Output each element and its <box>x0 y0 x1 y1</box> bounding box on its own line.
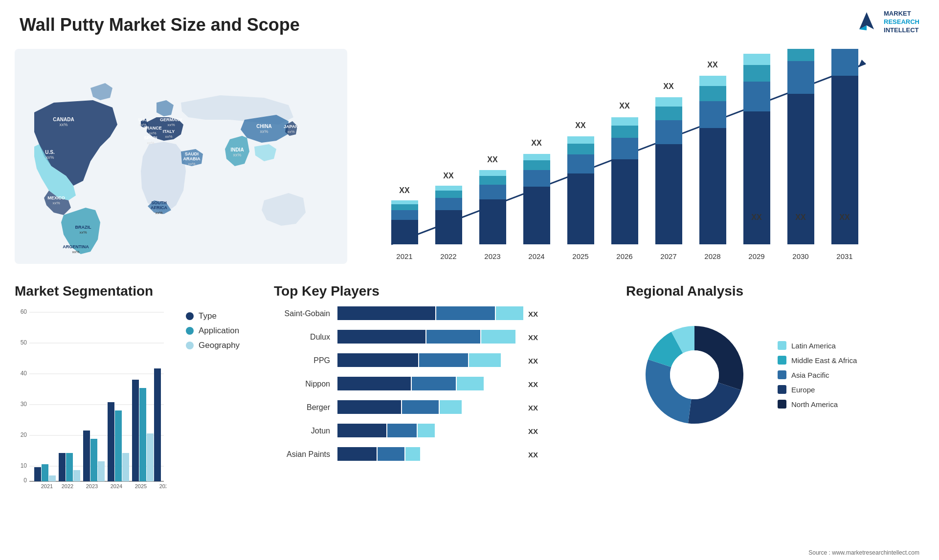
svg-rect-95 <box>831 49 858 76</box>
svg-rect-120 <box>73 470 80 481</box>
legend-geography: Geography <box>186 341 240 350</box>
svg-text:xx%: xx% <box>165 134 172 139</box>
player-name: Berger <box>274 403 337 412</box>
svg-text:U.S.: U.S. <box>45 150 55 155</box>
svg-text:xx%: xx% <box>72 250 79 254</box>
player-bar-container: XX <box>337 306 616 321</box>
svg-text:XX: XX <box>751 213 762 221</box>
logo: MARKET RESEARCH INTELLECT <box>854 10 919 35</box>
segmentation-title: Market Segmentation <box>15 283 259 299</box>
svg-rect-138 <box>496 306 523 320</box>
svg-text:CHINA: CHINA <box>256 124 272 129</box>
donut-container: Latin America Middle East & Africa Asia … <box>626 306 929 443</box>
player-row: JotunXX <box>274 424 616 438</box>
svg-rect-74 <box>655 120 682 144</box>
player-bar-container: XX <box>337 424 616 438</box>
svg-rect-52 <box>479 170 506 176</box>
svg-text:2026: 2026 <box>616 252 632 260</box>
svg-rect-140 <box>426 330 480 344</box>
world-map: CANADA xx% U.S. xx% MEXICO xx% BRAZIL xx… <box>15 49 347 264</box>
logo-text: MARKET RESEARCH INTELLECT <box>884 10 919 35</box>
svg-rect-119 <box>66 453 73 481</box>
svg-rect-55 <box>523 187 550 244</box>
legend-north-america-label: North America <box>791 400 838 409</box>
player-bar-container: XX <box>337 330 616 345</box>
svg-text:2021: 2021 <box>396 252 412 260</box>
legend-geography-dot <box>186 342 194 349</box>
svg-text:2026: 2026 <box>159 483 166 489</box>
svg-point-163 <box>670 350 719 399</box>
svg-rect-90 <box>787 94 814 244</box>
player-row: PPGXX <box>274 353 616 368</box>
svg-rect-116 <box>49 475 56 481</box>
svg-rect-122 <box>83 431 90 481</box>
svg-text:2024: 2024 <box>528 252 544 260</box>
svg-rect-44 <box>435 198 462 210</box>
legend-europe-label: Europe <box>791 386 815 394</box>
svg-text:ITALY: ITALY <box>163 129 175 134</box>
svg-rect-139 <box>337 330 425 344</box>
player-bar-container: XX <box>337 400 616 415</box>
svg-text:2022: 2022 <box>62 483 73 489</box>
svg-text:xx%: xx% <box>45 155 54 160</box>
svg-rect-144 <box>469 353 501 367</box>
regional-section: Regional Analysis <box>626 283 929 538</box>
svg-text:xx%: xx% <box>79 230 87 235</box>
svg-text:50: 50 <box>21 339 27 346</box>
segmentation-bar-chart: 60 50 40 30 20 10 0 2021 <box>15 306 166 492</box>
svg-text:XX: XX <box>531 139 542 147</box>
svg-rect-51 <box>479 176 506 185</box>
svg-rect-153 <box>418 424 435 437</box>
svg-rect-142 <box>337 353 418 367</box>
legend-latin-america-label: Latin America <box>791 342 836 350</box>
svg-rect-79 <box>699 128 726 244</box>
svg-rect-62 <box>567 154 594 173</box>
svg-rect-73 <box>655 144 682 244</box>
legend-application-dot <box>186 327 194 335</box>
svg-rect-37 <box>391 220 418 244</box>
legend-mea-color <box>778 356 786 365</box>
svg-text:XX: XX <box>399 186 410 194</box>
svg-text:JAPAN: JAPAN <box>284 124 298 129</box>
legend-asia-pacific: Asia Pacific <box>778 370 857 379</box>
svg-rect-136 <box>337 306 435 320</box>
svg-rect-46 <box>435 186 462 191</box>
svg-rect-132 <box>147 433 154 481</box>
svg-text:U.K.: U.K. <box>138 117 147 122</box>
svg-rect-61 <box>567 173 594 244</box>
svg-rect-64 <box>567 136 594 144</box>
svg-text:xx%: xx% <box>260 129 268 134</box>
svg-rect-56 <box>523 170 550 187</box>
svg-rect-155 <box>378 447 404 461</box>
legend-type-dot <box>186 312 194 320</box>
svg-rect-146 <box>412 377 456 390</box>
logo-icon <box>854 10 879 34</box>
svg-rect-131 <box>139 388 146 481</box>
svg-text:xx%: xx% <box>59 122 67 127</box>
regional-title: Regional Analysis <box>626 283 929 299</box>
svg-text:xx%: xx% <box>147 141 154 145</box>
svg-text:XX: XX <box>443 172 454 180</box>
svg-rect-58 <box>523 154 550 160</box>
svg-rect-57 <box>523 160 550 170</box>
players-list: Saint-GobainXXDuluxXXPPGXXNipponXXBerger… <box>274 306 616 462</box>
legend-latin-america-color <box>778 341 786 350</box>
svg-text:2028: 2028 <box>704 252 720 260</box>
svg-rect-149 <box>402 400 439 414</box>
svg-text:2024: 2024 <box>111 483 122 489</box>
legend-type: Type <box>186 311 240 321</box>
player-value: XX <box>528 404 538 412</box>
svg-text:XX: XX <box>575 121 586 129</box>
player-row: Saint-GobainXX <box>274 306 616 321</box>
svg-rect-87 <box>743 65 770 82</box>
growth-bar-chart: XX 2021 XX 2022 XX 2023 XX 2024 XX 2025 <box>352 49 890 269</box>
svg-rect-81 <box>699 86 726 101</box>
svg-rect-143 <box>419 353 468 367</box>
player-row: DuluxXX <box>274 330 616 345</box>
legend-application: Application <box>186 326 240 336</box>
svg-marker-36 <box>858 60 866 67</box>
svg-text:2030: 2030 <box>792 252 808 260</box>
svg-rect-156 <box>405 447 420 461</box>
svg-text:xx%: xx% <box>233 152 241 157</box>
svg-text:BRAZIL: BRAZIL <box>75 225 91 230</box>
